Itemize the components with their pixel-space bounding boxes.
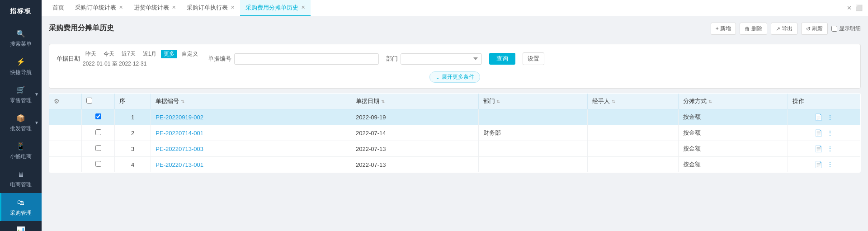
sort-split-icon[interactable]: ⇅ (708, 99, 712, 104)
date-tag-today[interactable]: 今天 (101, 50, 117, 58)
tab-purchase-cost[interactable]: 采购费用分摊单历史 ✕ (240, 0, 311, 16)
row-dept: 财务部 (478, 125, 587, 141)
row-more-icon[interactable]: ⋮ (826, 113, 834, 122)
date-tag-custom[interactable]: 自定义 (179, 50, 201, 58)
row-action: 📄 ⋮ (788, 109, 860, 125)
settings-button[interactable]: 设置 (523, 52, 544, 65)
row-split: 按金额 (679, 125, 788, 141)
sidebar-item-wholesale[interactable]: 📦 批发管理 ▼ (0, 109, 42, 137)
row-dept (478, 141, 587, 157)
select-all-checkbox[interactable] (86, 98, 92, 104)
row-no: 4 (114, 157, 151, 173)
lightning-icon: ⚡ (2, 57, 40, 67)
table-row: 4 PE-20220713-001 2022-07-13 按金额 📄 ⋮ (49, 157, 861, 173)
display-toggle[interactable]: 显示明细 (831, 25, 861, 33)
sidebar-item-ecom[interactable]: 🖥 电商管理 (0, 165, 42, 193)
row-action: 📄 ⋮ (788, 157, 860, 173)
row-docno-link[interactable]: PE-20220714-001 (156, 130, 203, 137)
add-button[interactable]: + 新增 (711, 23, 736, 35)
expand-button[interactable]: ⌄ 展开更多条件 (429, 71, 480, 83)
date-tag-1month[interactable]: 近1月 (140, 50, 160, 58)
mini-icon: 📱 (2, 141, 40, 151)
sort-date-icon[interactable]: ⇅ (381, 99, 385, 104)
tab-purchase-exec[interactable]: 采购订单执行表 ✕ (181, 0, 240, 16)
row-handler (588, 141, 679, 157)
date-tag-7days[interactable]: 近7天 (119, 50, 138, 58)
sidebar-item-label: 零售管理 (10, 97, 32, 104)
tab-close-all-icon[interactable]: ✕ (847, 5, 852, 11)
date-tag-yesterday[interactable]: 昨天 (83, 50, 99, 58)
sidebar-item-label: 搜索菜单 (10, 41, 32, 47)
display-toggle-checkbox[interactable] (831, 26, 837, 32)
row-checkbox-cell (82, 141, 114, 157)
row-setting (49, 125, 82, 141)
delete-button[interactable]: 🗑 删除 (740, 23, 767, 35)
sidebar-item-retail[interactable]: 🛒 零售管理 ▼ (0, 80, 42, 108)
sidebar: 指标板 🔍 搜索菜单 ⚡ 快捷导航 🛒 零售管理 ▼ 📦 批发管理 ▼ 📱 小畅… (0, 0, 42, 231)
tab-purchase-cost-label: 采购费用分摊单历史 (245, 4, 298, 12)
row-view-icon[interactable]: 📄 (814, 128, 823, 137)
row-checkbox-3[interactable] (95, 161, 101, 167)
doc-no-input[interactable] (234, 53, 379, 65)
row-view-icon[interactable]: 📄 (814, 144, 823, 153)
col-header-dept: 部门 ⇅ (478, 94, 587, 109)
col-header-no: 序 (114, 94, 151, 109)
table-row: 2 PE-20220714-001 2022-07-14 财务部 按金额 📄 ⋮ (49, 125, 861, 141)
tab-close-purchase-goods[interactable]: ✕ (172, 5, 176, 10)
row-setting (49, 157, 82, 173)
tab-close-purchase-stat[interactable]: ✕ (119, 5, 123, 10)
row-more-icon[interactable]: ⋮ (826, 144, 834, 153)
chevron-down-icon: ▼ (34, 120, 39, 126)
row-setting (49, 141, 82, 157)
sort-handler-icon[interactable]: ⇅ (612, 99, 615, 104)
row-docno-link[interactable]: PE-20220713-003 (156, 146, 203, 152)
refresh-button[interactable]: ↺ 刷新 (801, 23, 828, 35)
date-tag-more[interactable]: 更多 (161, 50, 177, 58)
date-field: 单据日期 昨天 今天 近7天 近1月 更多 自定义 2022-01-01 至 2… (57, 50, 201, 68)
sidebar-item-label: 小畅电商 (10, 153, 32, 160)
dept-select[interactable]: 财务部 (401, 53, 482, 65)
row-checkbox-1[interactable] (95, 129, 101, 135)
row-more-icon[interactable]: ⋮ (826, 128, 834, 137)
row-view-icon[interactable]: 📄 (814, 160, 823, 169)
page-header-row: 采购费用分摊单历史 + 新增 🗑 删除 ↗ 导出 ↺ 刷新 显示明细 (49, 23, 861, 39)
export-button[interactable]: ↗ 导出 (771, 23, 797, 35)
row-checkbox-2[interactable] (95, 145, 101, 151)
table-settings-icon[interactable]: ⚙ (54, 98, 60, 105)
col-header-docno: 单据编号 ⇅ (151, 94, 351, 109)
tab-purchase-goods[interactable]: 进货单统计表 ✕ (128, 0, 181, 16)
query-button[interactable]: 查询 (489, 53, 515, 65)
tab-home-label: 首页 (52, 4, 64, 12)
tab-close-purchase-exec[interactable]: ✕ (231, 5, 235, 10)
row-checkbox-0[interactable] (95, 113, 101, 119)
tab-purchase-stat[interactable]: 采购订单统计表 ✕ (70, 0, 128, 16)
sidebar-item-mini[interactable]: 📱 小畅电商 (0, 137, 42, 165)
row-handler (588, 125, 679, 141)
expand-row: ⌄ 展开更多条件 (57, 71, 853, 83)
row-view-icon[interactable]: 📄 (814, 113, 823, 122)
row-docno-link[interactable]: PE-20220919-002 (156, 114, 203, 121)
row-more-icon[interactable]: ⋮ (826, 160, 834, 169)
chevron-down-icon: ⌄ (435, 74, 440, 80)
row-docno: PE-20220713-003 (151, 141, 351, 157)
table-row: 3 PE-20220713-003 2022-07-13 按金额 📄 ⋮ (49, 141, 861, 157)
tab-bar: 首页 采购订单统计表 ✕ 进货单统计表 ✕ 采购订单执行表 ✕ 采购费用分摊单历… (42, 0, 868, 16)
tab-maximize-icon[interactable]: ⬜ (855, 5, 863, 11)
sort-docno-icon[interactable]: ⇅ (181, 99, 184, 104)
tab-close-purchase-cost[interactable]: ✕ (301, 5, 305, 10)
row-docno-link[interactable]: PE-20220713-001 (156, 161, 203, 168)
sidebar-logo: 指标板 (10, 4, 32, 21)
tab-purchase-goods-label: 进货单统计表 (134, 4, 169, 12)
row-docno: PE-20220713-001 (151, 157, 351, 173)
sidebar-item-inventory[interactable]: 📊 库存核算 (0, 221, 42, 231)
sidebar-item-purchase[interactable]: 🛍 采购管理 (0, 193, 42, 221)
sort-dept-icon[interactable]: ⇅ (496, 99, 500, 104)
data-table: ⚙ 序 单据编号 ⇅ 单据日期 ⇅ 部门 (49, 93, 861, 173)
doc-no-field: 单据编号 (208, 53, 379, 65)
tab-home[interactable]: 首页 (47, 0, 70, 16)
dept-label: 部门 (386, 55, 398, 63)
tab-actions: ✕ ⬜ (847, 5, 863, 11)
sidebar-item-search[interactable]: 🔍 搜索菜单 (0, 24, 42, 52)
sidebar-item-label: 采购管理 (10, 210, 32, 216)
sidebar-item-quicknav[interactable]: ⚡ 快捷导航 (0, 52, 42, 80)
